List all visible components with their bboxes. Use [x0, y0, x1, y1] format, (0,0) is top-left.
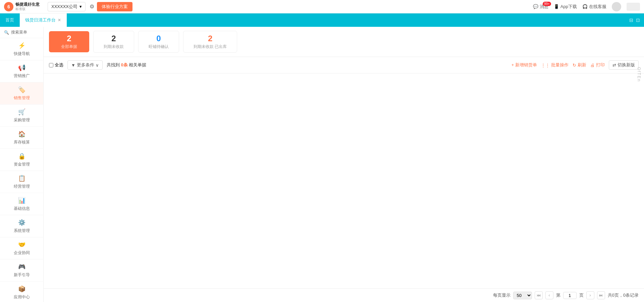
batch-label: 批量操作: [551, 62, 569, 68]
stat-all-label: 全部单据: [61, 44, 77, 50]
tab-minimize-icon[interactable]: ⊟: [629, 17, 633, 23]
marketing-icon: 📢: [18, 64, 26, 72]
prev-page-button[interactable]: ‹: [545, 291, 553, 299]
message-icon: 💬: [533, 4, 538, 9]
sidebar-item-label: 新手引导: [14, 272, 30, 278]
online-service-button[interactable]: 🎧 在线客服: [582, 4, 606, 10]
page-input[interactable]: [563, 292, 577, 299]
sidebar-item-label: 系统管理: [14, 228, 30, 234]
company-name: XXXXXX公司: [51, 4, 77, 10]
sidebar-item-finance[interactable]: 🔒 资金管理: [0, 149, 43, 171]
purchase-icon: 🛒: [18, 108, 26, 116]
sidebar-item-label: 库存核算: [14, 139, 30, 145]
operations-icon: 📋: [18, 174, 26, 182]
total-info: 共0页，0条记录: [608, 292, 639, 298]
tab-actions-right: ⊟ ⊡: [629, 17, 644, 23]
per-page-select[interactable]: 50 100 200: [513, 292, 532, 299]
sidebar-item-basics[interactable]: 📊 基础信息: [0, 193, 43, 215]
print-label: 打印: [596, 62, 605, 68]
stat-all-number: 2: [67, 34, 71, 43]
stat-shipped-number: 2: [208, 34, 212, 43]
sidebar-item-marketing[interactable]: 📢 营销推广: [0, 60, 43, 82]
refresh-label: 刷新: [578, 62, 586, 68]
tab-maximize-icon[interactable]: ⊡: [636, 17, 640, 23]
print-button[interactable]: 🖨 打印: [590, 62, 605, 68]
user-name[interactable]: [627, 3, 640, 11]
system-icon: ⚙️: [18, 219, 26, 227]
gear-icon[interactable]: ⚙: [90, 3, 94, 10]
guide-icon: 🎮: [18, 263, 26, 271]
stats-row: 2 全部单据 2 到期未收款 0 旺铺待确认 2 到期未收款 已出库: [44, 27, 644, 57]
stat-card-all[interactable]: 2 全部单据: [49, 31, 89, 52]
stat-card-shipped[interactable]: 2 到期未收款 已出库: [183, 31, 237, 53]
tab-home-label: 首页: [5, 17, 14, 23]
select-all-input[interactable]: [49, 63, 53, 67]
filter-button[interactable]: ▼ 更多条件 ∨: [67, 60, 103, 70]
header-actions: ⚙ 体验行业方案: [90, 2, 132, 11]
sidebar-item-system[interactable]: ⚙️ 系统管理: [0, 215, 43, 237]
batch-operation-button[interactable]: ⋮⋮ 批量操作: [541, 62, 569, 68]
first-page-button[interactable]: ⏮: [535, 291, 543, 299]
sidebar-search[interactable]: 🔍 搜索菜单: [0, 27, 43, 38]
stat-card-pending[interactable]: 0 旺铺待确认: [138, 31, 179, 53]
sidebar-item-quicknav[interactable]: ⚡ 快捷导航: [0, 38, 43, 60]
switch-version-button[interactable]: ⇄ 切换新版: [609, 60, 639, 70]
sidebar: 🔍 搜索菜单 ⚡ 快捷导航 📢 营销推广 🏷️ 销售管理 🛒 采购管理 🏠 库存…: [0, 27, 44, 302]
online-service-label: 在线客服: [589, 4, 606, 10]
often-label: OfTEn: [637, 67, 641, 262]
page-label: 第: [556, 292, 560, 298]
stat-pending-label: 旺铺待确认: [149, 44, 169, 50]
top-header: 6 畅捷通好生意 标准版 XXXXXX公司 ▾ ⚙ 体验行业方案 💬 消息 99…: [0, 0, 644, 13]
sidebar-item-enterprise[interactable]: 🤝 企业协同: [0, 237, 43, 259]
logo-sub: 标准版: [15, 7, 40, 11]
quicknav-icon: ⚡: [18, 42, 26, 50]
tab-close-icon[interactable]: ✕: [58, 18, 61, 22]
stat-shipped-label: 到期未收款 已出库: [194, 44, 227, 50]
sidebar-item-operations[interactable]: 📋 经营管理: [0, 171, 43, 193]
appcenter-icon: 📦: [18, 285, 26, 293]
search-icon: 🔍: [4, 30, 9, 35]
found-count: 0条: [121, 62, 128, 67]
refresh-button[interactable]: ↻ 刷新: [573, 62, 586, 68]
sidebar-item-sales[interactable]: 🏷️ 销售管理: [0, 82, 43, 105]
experience-button[interactable]: 体验行业方案: [97, 2, 132, 11]
enterprise-icon: 🤝: [18, 241, 26, 249]
header-right: 💬 消息 99+ 📱 App下载 🎧 在线客服: [533, 2, 640, 11]
last-page-button[interactable]: ⏭: [597, 291, 605, 299]
footer-pagination: 每页显示 50 100 200 ⏮ ‹ 第 页 › ⏭ 共0页，0条记录: [44, 288, 644, 302]
stat-overdue-label: 到期未收款: [104, 44, 124, 50]
user-avatar[interactable]: [612, 2, 621, 11]
stat-overdue-number: 2: [111, 34, 116, 43]
messages-button[interactable]: 💬 消息 99+: [533, 4, 548, 10]
sidebar-item-purchase[interactable]: 🛒 采购管理: [0, 105, 43, 127]
search-menu-label: 搜索菜单: [11, 29, 27, 35]
toolbar-right: + 新增销货单 ⋮⋮ 批量操作 ↻ 刷新 🖨 打印 ⇄ 切换新版: [512, 60, 639, 70]
select-all-checkbox[interactable]: 全选: [49, 62, 63, 68]
sidebar-item-label: 应用中心: [14, 294, 30, 300]
sidebar-item-inventory[interactable]: 🏠 库存核算: [0, 127, 43, 149]
switch-label: 切换新版: [618, 62, 635, 68]
tab-home[interactable]: 首页: [0, 13, 20, 27]
company-selector[interactable]: XXXXXX公司 ▾: [48, 2, 86, 11]
found-text: 共找到 0条 相关单据: [107, 62, 146, 68]
print-icon: 🖨: [590, 63, 595, 68]
per-page-label: 每页显示: [493, 292, 511, 298]
sidebar-item-appcenter[interactable]: 📦 应用中心: [0, 282, 43, 302]
logo-title: 畅捷通好生意: [15, 2, 40, 7]
stat-card-overdue[interactable]: 2 到期未收款: [93, 31, 134, 53]
add-sales-order-button[interactable]: + 新增销货单: [512, 62, 537, 68]
sidebar-item-label: 营销推广: [14, 73, 30, 79]
sidebar-item-guide[interactable]: 🎮 新手引导: [0, 259, 43, 282]
basics-icon: 📊: [18, 196, 26, 204]
tab-workbench[interactable]: 钱货日清工作台 ✕: [20, 13, 67, 27]
refresh-icon: ↻: [573, 63, 576, 68]
sidebar-item-label: 基础信息: [14, 206, 30, 212]
inventory-icon: 🏠: [18, 130, 26, 138]
sidebar-item-label: 经营管理: [14, 184, 30, 189]
next-page-button[interactable]: ›: [586, 291, 594, 299]
app-download-button[interactable]: 📱 App下载: [554, 4, 577, 10]
filter-icon: ▼: [71, 63, 75, 68]
tab-workbench-label: 钱货日清工作台: [25, 17, 56, 23]
page-suffix: 页: [579, 292, 584, 298]
download-icon: 📱: [554, 4, 559, 9]
